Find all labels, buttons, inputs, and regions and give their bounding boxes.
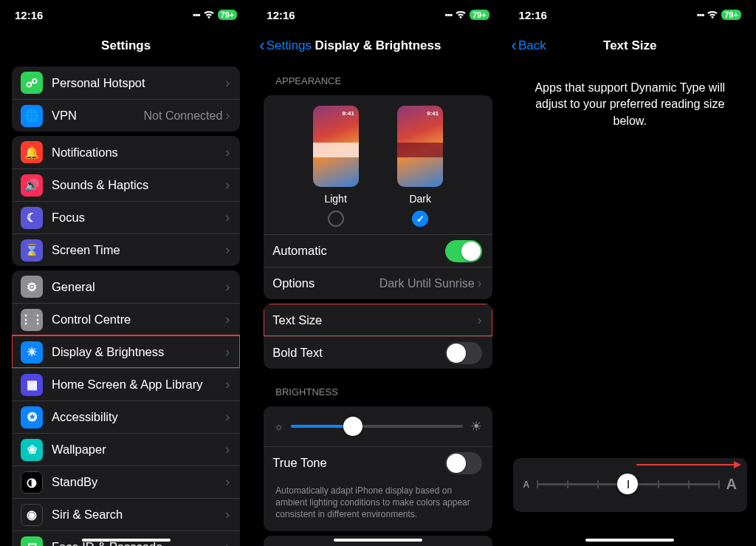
signal-icon: ▪▪▪ xyxy=(444,10,452,20)
page-title: Settings xyxy=(0,38,252,53)
status-icons: ▪▪▪ 79+ xyxy=(193,10,237,20)
small-a-marker: A xyxy=(523,480,530,490)
light-radio[interactable] xyxy=(328,211,344,227)
back-label: Back xyxy=(518,38,546,53)
status-time: 12:16 xyxy=(15,9,43,21)
chevron-right-icon: › xyxy=(225,108,230,123)
wifi-icon xyxy=(455,10,467,19)
home-indicator[interactable] xyxy=(334,539,422,542)
hotspot-icon: ☍ xyxy=(21,72,43,94)
settings-item-notifications[interactable]: 🔔 Notifications › xyxy=(12,136,240,168)
nav-bar: ‹ Back Text Size xyxy=(504,30,756,62)
settings-item-vpn[interactable]: 🌐 VPN Not Connected › xyxy=(12,99,240,132)
status-bar: 12:16 ▪▪▪ 79+ xyxy=(504,0,756,30)
bold-text-toggle[interactable] xyxy=(445,342,482,364)
text-size-cell[interactable]: Text Size › xyxy=(264,304,492,336)
access-icon: ✪ xyxy=(21,406,43,429)
chevron-right-icon: › xyxy=(225,507,230,522)
standby-icon: ◑ xyxy=(21,471,43,494)
signal-icon: ▪▪▪ xyxy=(193,10,200,20)
home-indicator[interactable] xyxy=(585,539,674,542)
large-a-marker: A xyxy=(726,476,736,493)
text-size-slider-panel: A A xyxy=(513,458,747,512)
settings-item-display-brightness[interactable]: ☀ Display & Brightness › xyxy=(12,335,240,368)
chevron-right-icon: › xyxy=(225,279,230,295)
status-time: 12:16 xyxy=(519,9,547,21)
home-indicator[interactable] xyxy=(82,539,171,542)
settings-item-sounds-haptics[interactable]: 🔊 Sounds & Haptics › xyxy=(12,168,240,201)
screen-settings: 12:16 ▪▪▪ 79+ Settings ☍ Personal Hotspo… xyxy=(0,0,252,546)
speaker-icon: 🔊 xyxy=(21,174,43,197)
status-bar: 12:16 ▪▪▪ 79+ xyxy=(0,0,252,30)
settings-group-network: ☍ Personal Hotspot › 🌐 VPN Not Connected… xyxy=(12,66,240,132)
back-button[interactable]: ‹ Back xyxy=(512,38,546,54)
cell-label: Sounds & Haptics xyxy=(52,178,225,192)
brightness-slider[interactable]: ☼ ☀ xyxy=(264,406,492,446)
back-button[interactable]: ‹ Settings xyxy=(259,38,312,54)
appearance-group: 9:41 Light 9:41 Dark Automatic Options D… xyxy=(264,95,492,299)
chevron-right-icon: › xyxy=(225,442,230,457)
sun-small-icon: ☼ xyxy=(274,420,284,432)
battery-icon: 79+ xyxy=(470,10,489,20)
moon-icon: ☾ xyxy=(21,207,43,229)
bell-icon: 🔔 xyxy=(21,141,43,163)
chevron-right-icon: › xyxy=(225,242,230,258)
wifi-icon xyxy=(203,10,215,19)
cell-label: Home Screen & App Library xyxy=(52,378,225,392)
settings-item-accessibility[interactable]: ✪ Accessibility › xyxy=(12,400,240,433)
nav-bar: Settings xyxy=(0,30,252,62)
cell-label: VPN xyxy=(52,109,144,123)
cell-label: StandBy xyxy=(52,475,225,489)
appearance-light-option[interactable]: 9:41 Light xyxy=(313,106,359,227)
chevron-right-icon: › xyxy=(478,276,482,291)
brightness-icon: ☀ xyxy=(21,341,43,364)
cell-label: Display & Brightness xyxy=(52,345,225,359)
chevron-right-icon: › xyxy=(225,210,230,225)
automatic-toggle[interactable] xyxy=(445,240,482,262)
screen-display-brightness: 12:16 ▪▪▪ 79+ ‹ Settings Display & Brigh… xyxy=(252,0,504,546)
vpn-icon: 🌐 xyxy=(21,105,43,127)
settings-item-focus[interactable]: ☾ Focus › xyxy=(12,201,240,233)
settings-item-standby[interactable]: ◑ StandBy › xyxy=(12,465,240,498)
text-size-track[interactable] xyxy=(537,483,718,485)
settings-item-wallpaper[interactable]: ❀ Wallpaper › xyxy=(12,433,240,465)
automatic-cell: Automatic xyxy=(264,234,492,267)
screen-text-size: 12:16 ▪▪▪ 79+ ‹ Back Text Size Apps that… xyxy=(504,0,756,546)
chevron-right-icon: › xyxy=(225,145,230,160)
settings-item-personal-hotspot[interactable]: ☍ Personal Hotspot › xyxy=(12,66,240,99)
battery-icon: 79+ xyxy=(218,10,238,20)
chevron-right-icon: › xyxy=(225,377,230,392)
brightness-track[interactable] xyxy=(291,425,462,428)
settings-item-general[interactable]: ⚙ General › xyxy=(12,270,240,303)
signal-icon: ▪▪▪ xyxy=(696,10,704,20)
gear-icon: ⚙ xyxy=(21,276,43,298)
true-tone-toggle[interactable] xyxy=(445,452,482,474)
text-size-slider[interactable]: A A xyxy=(523,476,737,493)
nav-bar: ‹ Settings Display & Brightness xyxy=(252,30,504,62)
chevron-right-icon: › xyxy=(225,75,230,91)
options-cell[interactable]: Options Dark Until Sunrise › xyxy=(264,267,492,299)
back-label: Settings xyxy=(267,38,312,53)
true-tone-cell: True Tone xyxy=(264,446,492,479)
dark-radio[interactable] xyxy=(412,211,428,227)
chevron-right-icon: › xyxy=(225,409,230,425)
text-size-label: Text Size xyxy=(272,313,477,327)
chevron-left-icon: ‹ xyxy=(259,38,264,54)
text-size-description: Apps that support Dynamic Type will adju… xyxy=(504,62,756,147)
battery-icon: 79+ xyxy=(721,10,741,20)
settings-item-home-screen-app-library[interactable]: ▦ Home Screen & App Library › xyxy=(12,368,240,400)
bold-text-cell: Bold Text xyxy=(264,336,492,369)
preview-time: 9:41 xyxy=(343,110,354,117)
cell-label: Notifications xyxy=(52,146,225,160)
settings-item-siri-search[interactable]: ◉ Siri & Search › xyxy=(12,498,240,530)
automatic-label: Automatic xyxy=(272,244,444,258)
light-label: Light xyxy=(313,193,359,205)
brightness-thumb[interactable] xyxy=(343,417,362,436)
text-group: Text Size › Bold Text xyxy=(264,304,492,369)
settings-item-control-centre[interactable]: ⋮⋮ Control Centre › xyxy=(12,303,240,335)
bold-text-label: Bold Text xyxy=(272,346,444,360)
faceid-icon: ⊡ xyxy=(21,536,43,547)
cell-detail: Not Connected xyxy=(144,109,223,123)
appearance-dark-option[interactable]: 9:41 Dark xyxy=(397,106,443,227)
settings-item-screen-time[interactable]: ⌛ Screen Time › xyxy=(12,233,240,266)
